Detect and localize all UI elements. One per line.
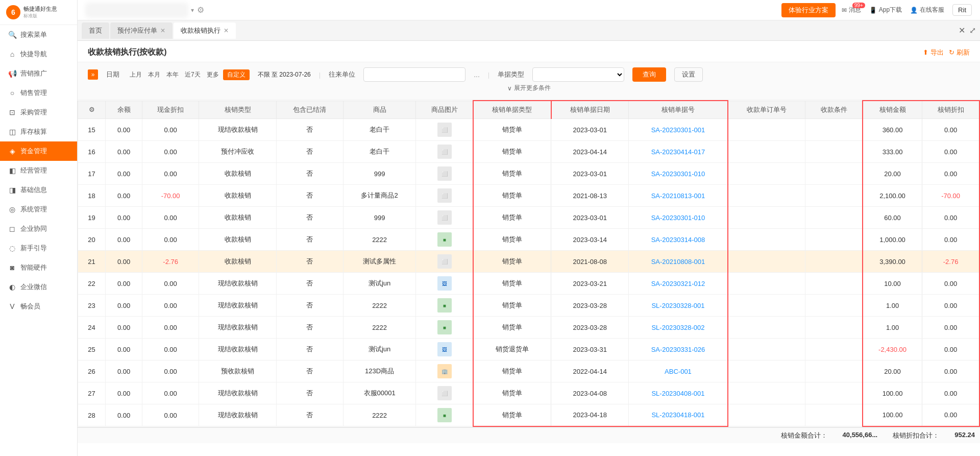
date-btn-last-month[interactable]: 上月 [128,69,144,80]
cell-type: 现结收款核销 [199,339,276,361]
expand-more-button[interactable]: ∨ 展开更多条件 [88,82,970,94]
sidebar-item-operations[interactable]: ◧ 经营管理 [0,161,77,180]
cell-doc-type: 销货单 [473,163,551,185]
cell-amount: 60.00 [863,207,922,229]
cell-discount: 0.00 [922,141,979,163]
filter-expand-button[interactable]: » [88,69,98,80]
discount-total-label: 核销折扣合计： [893,431,939,440]
cell-balance: 0.00 [106,317,142,339]
sidebar-item-label: 营销推广 [20,69,47,78]
sidebar-item-base-info[interactable]: ◨ 基础信息 [0,180,77,200]
unit-input[interactable] [363,67,465,82]
cell-doc-no[interactable]: ABC-001 [629,361,728,382]
date-btn-more[interactable]: 更多 [205,69,221,80]
sidebar-item-search[interactable]: 🔍 搜索菜单 [0,25,77,44]
sidebar-item-inventory[interactable]: ◫ 库存核算 [0,122,77,141]
date-btn-custom[interactable]: 自定义 [223,69,250,80]
unit-dots[interactable]: ... [474,70,480,79]
topbar-input[interactable] [86,3,188,17]
cell-doc-date: 2023-04-08 [551,382,629,404]
cell-discount: 0.00 [922,339,979,361]
chevron-down-icon[interactable]: ▾ [191,7,194,14]
col-settings[interactable]: ⚙ [78,101,106,119]
col-amount: 核销金额 [863,101,922,119]
cell-doc-no[interactable]: SL-20230328-002 [629,317,728,339]
user-button[interactable]: Rit [952,4,972,16]
sidebar-item-system[interactable]: ◎ 系统管理 [0,200,77,219]
sidebar-item-sales[interactable]: ○ 销售管理 [0,83,77,103]
date-btn-this-month[interactable]: 本月 [146,69,162,80]
cell-doc-no[interactable]: SA-20230301-010 [629,163,728,185]
cell-doc-date: 2022-04-14 [551,361,629,382]
date-btn-7days[interactable]: 近7天 [183,69,203,80]
tab-collection[interactable]: 收款核销执行 ✕ [174,22,236,39]
topbar-search-area: ▾ ⚙ [86,3,775,17]
cell-product-img: ■ [416,404,473,426]
filter-settings-button[interactable]: 设置 [674,67,703,82]
query-button[interactable]: 查询 [632,67,666,82]
col-order-no: 收款单订单号 [728,101,805,119]
cell-balance: 0.00 [106,339,142,361]
sidebar-item-collaboration[interactable]: ◻ 企业协同 [0,219,77,238]
marketing-icon: 📢 [8,69,16,78]
cell-amount: 100.00 [863,382,922,404]
type-label: 单据类型 [498,70,524,79]
sidebar-item-hardware[interactable]: ◙ 智能硬件 [0,258,77,277]
cell-product: 老白干 [343,141,415,163]
cell-doc-no[interactable]: SA-20210813-001 [629,185,728,207]
cell-doc-no[interactable]: SA-20230301-010 [629,207,728,229]
cell-payment-cond [805,273,863,295]
sidebar-item-quicknav[interactable]: ⌂ 快捷导航 [0,44,77,64]
sidebar-item-purchase[interactable]: ⊡ 采购管理 [0,103,77,122]
baseinfo-icon: ◨ [8,186,16,194]
date-btn-this-year[interactable]: 本年 [164,69,181,80]
export-icon: ⬆ [923,49,928,56]
cell-doc-no[interactable]: SL-20230418-001 [629,404,728,426]
tab-home[interactable]: 首页 [82,22,109,39]
cell-payment-cond [805,361,863,382]
cell-doc-no[interactable]: SA-20230301-001 [629,119,728,141]
cell-amount: 10.00 [863,273,922,295]
maximize-button[interactable]: ⤢ [969,26,976,35]
cell-doc-no[interactable]: SA-20230314-008 [629,229,728,251]
cell-cash-discount: 0.00 [142,361,199,382]
tab-prepay-close[interactable]: ✕ [160,27,165,34]
message-button[interactable]: ✉ 消息 99+ [842,6,861,14]
app-download-label: App下载 [879,6,902,14]
cell-doc-date: 2023-03-31 [551,339,629,361]
cell-doc-no[interactable]: SL-20230408-001 [629,382,728,404]
tab-collection-close[interactable]: ✕ [224,27,229,34]
gear-icon[interactable]: ⚙ [197,5,204,15]
col-type: 核销类型 [199,101,276,119]
tab-prepay-label: 预付冲应付单 [117,26,157,35]
cell-amount: 1.00 [863,295,922,317]
tabs-bar: 首页 预付冲应付单 ✕ 收款核销执行 ✕ ✕ ⤢ [78,20,980,41]
member-icon: V [8,302,16,310]
solution-button[interactable]: 体验行业方案 [781,3,836,17]
app-download-button[interactable]: 📱 App下载 [869,6,902,14]
online-service-button[interactable]: 👤 在线客服 [910,6,944,14]
sidebar-item-label: 销售管理 [20,88,47,98]
sidebar-item-wechat[interactable]: ◐ 企业微信 [0,277,77,297]
sidebar-item-label: 搜索菜单 [20,30,47,39]
cell-doc-no[interactable]: SA-20230331-026 [629,339,728,361]
col-cash-discount: 现金折扣 [142,101,199,119]
close-tab-button[interactable]: ✕ [959,26,965,35]
logo-icon: 6 [6,5,20,19]
sidebar-item-member[interactable]: V 畅会员 [0,297,77,316]
sidebar-item-guide[interactable]: ◌ 新手引导 [0,238,77,258]
refresh-button[interactable]: ↻ 刷新 [949,48,970,57]
export-button[interactable]: ⬆ 导出 [923,48,944,57]
cell-doc-no[interactable]: SA-20230414-017 [629,141,728,163]
cell-doc-date: 2023-03-14 [551,229,629,251]
sidebar-item-label: 采购管理 [20,108,47,117]
tab-prepay[interactable]: 预付冲应付单 ✕ [110,22,173,39]
cell-product: 多计量商品2 [343,185,415,207]
cell-doc-no[interactable]: SL-20230328-001 [629,295,728,317]
sidebar-item-label: 企业协同 [20,224,47,233]
sidebar-item-finance[interactable]: ◈ 资金管理 [0,141,77,161]
cell-doc-no[interactable]: SA-20230321-012 [629,273,728,295]
type-select[interactable] [532,67,624,82]
cell-doc-no[interactable]: SA-20210808-001 [629,251,728,273]
sidebar-item-marketing[interactable]: 📢 营销推广 [0,64,77,83]
